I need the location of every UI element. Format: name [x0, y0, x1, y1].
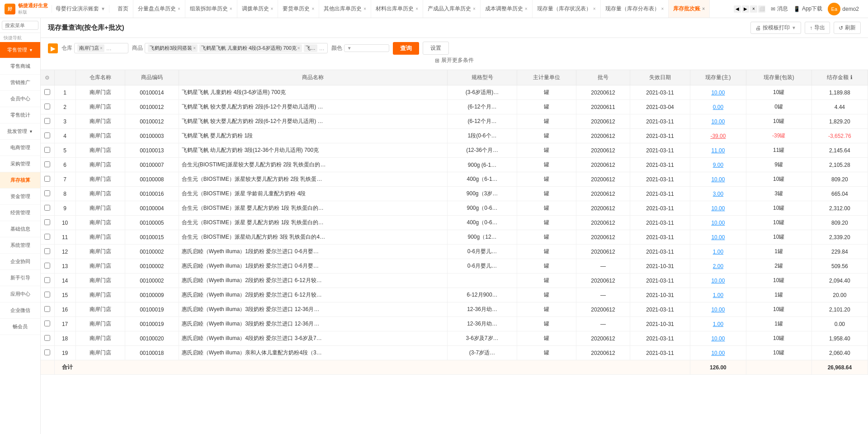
tab-stock-batch[interactable]: 库存批次账 ×: [669, 0, 710, 18]
row-checkbox-cell[interactable]: [41, 172, 54, 187]
sidebar-item-basics[interactable]: 基础信息: [0, 221, 40, 237]
row-checkbox[interactable]: [44, 176, 50, 182]
row-checkbox-cell[interactable]: [41, 187, 54, 201]
account-dropdown[interactable]: 母婴行业演示账套 ▼: [52, 5, 109, 13]
filter-expand-button[interactable]: ▶: [48, 43, 58, 53]
row-stock-main[interactable]: 10.00: [690, 274, 746, 288]
row-checkbox[interactable]: [44, 118, 50, 124]
close-icon[interactable]: ×: [661, 6, 664, 11]
user-menu[interactable]: Ea demo2: [828, 3, 859, 15]
app-download-button[interactable]: 📱 App下载: [793, 5, 822, 13]
sidebar-item-enterprise[interactable]: 企业协同: [0, 254, 40, 270]
tab-disassemble-history[interactable]: 组装拆卸单历史 ×: [185, 0, 237, 18]
close-icon[interactable]: ×: [230, 6, 232, 11]
close-icon[interactable]: ×: [593, 6, 596, 11]
more-conditions-button[interactable]: ⊞ 展开更多条件: [48, 55, 861, 66]
search-button[interactable]: 查询: [393, 42, 419, 55]
close-icon[interactable]: ×: [415, 6, 418, 11]
row-stock-main[interactable]: 10.00: [690, 85, 746, 100]
sidebar-item-wechat[interactable]: 企业微信: [0, 302, 40, 319]
row-checkbox-cell[interactable]: [41, 143, 54, 158]
row-checkbox[interactable]: [44, 321, 50, 326]
row-checkbox[interactable]: [44, 234, 50, 240]
sidebar-item-ecommerce[interactable]: 电商管理: [0, 140, 40, 156]
row-checkbox-cell[interactable]: [41, 216, 54, 230]
close-icon[interactable]: ×: [702, 6, 705, 11]
tab-cost-adjust-history[interactable]: 成本调整单历史 ×: [481, 0, 533, 18]
close-icon[interactable]: ×: [525, 6, 528, 11]
row-checkbox-cell[interactable]: [41, 259, 54, 274]
row-checkbox[interactable]: [44, 292, 50, 297]
row-stock-main[interactable]: -39.00: [690, 129, 746, 143]
sidebar-item-retail[interactable]: 零售管理 ▼: [0, 42, 40, 58]
row-checkbox-cell[interactable]: [41, 317, 54, 331]
settings-button[interactable]: 设置: [423, 42, 449, 55]
sidebar-item-inventory[interactable]: 库存核算: [0, 172, 40, 189]
tab-material-out-history[interactable]: 材料出库单历史 ×: [371, 0, 423, 18]
row-stock-main[interactable]: 9.00: [690, 158, 746, 172]
col-settings[interactable]: ⚙: [41, 70, 54, 85]
export-button[interactable]: ↑ 导出: [805, 22, 830, 34]
sidebar-item-retail-stat[interactable]: 零售统计: [0, 107, 40, 123]
row-stock-main[interactable]: 10.00: [690, 346, 746, 360]
row-stock-main[interactable]: 10.00: [690, 331, 746, 346]
close-icon[interactable]: ×: [271, 6, 274, 11]
sidebar-item-apps[interactable]: 应用中心: [0, 286, 40, 302]
row-checkbox[interactable]: [44, 89, 50, 95]
remove-product-tag-2-button[interactable]: ×: [297, 46, 300, 51]
row-checkbox[interactable]: [44, 104, 50, 109]
row-checkbox-cell[interactable]: [41, 331, 54, 346]
warehouse-filter-input[interactable]: 南岸门店 × …: [74, 43, 128, 53]
sidebar-item-operations[interactable]: 经营管理: [0, 205, 40, 221]
row-stock-main[interactable]: 1.00: [690, 317, 746, 331]
sidebar-item-member[interactable]: 会员中心: [0, 91, 40, 107]
row-checkbox[interactable]: [44, 205, 50, 211]
row-checkbox[interactable]: [44, 219, 50, 225]
sidebar-item-purchase[interactable]: 采购管理: [0, 156, 40, 172]
tab-require-history[interactable]: 要货单历史 ×: [278, 0, 319, 18]
message-button[interactable]: ✉ 消息: [771, 5, 788, 13]
sidebar-item-finance[interactable]: 资金管理: [0, 189, 40, 205]
close-icon[interactable]: ×: [311, 6, 314, 11]
row-checkbox[interactable]: [44, 349, 50, 355]
remove-product-tag-1-button[interactable]: ×: [193, 46, 196, 51]
row-stock-main[interactable]: 10.00: [690, 230, 746, 245]
row-stock-main[interactable]: 10.00: [690, 172, 746, 187]
row-checkbox[interactable]: [44, 248, 50, 254]
print-button[interactable]: 🖨 按模板打印 ▼: [750, 22, 801, 34]
tab-home[interactable]: 首页: [113, 0, 133, 18]
row-checkbox-cell[interactable]: [41, 129, 54, 143]
row-checkbox-cell[interactable]: [41, 346, 54, 360]
close-icon[interactable]: ×: [363, 6, 366, 11]
row-checkbox-cell[interactable]: [41, 274, 54, 288]
row-stock-main[interactable]: 10.00: [690, 114, 746, 129]
row-checkbox[interactable]: [44, 277, 50, 283]
settings-icon[interactable]: ⚙: [45, 75, 50, 81]
tab-maximize-button[interactable]: ⬜: [758, 5, 765, 13]
refresh-button[interactable]: ↺ 刷新: [834, 22, 861, 34]
row-stock-main[interactable]: 10.00: [690, 201, 746, 216]
row-stock-main[interactable]: 0.00: [690, 100, 746, 114]
tab-close-button[interactable]: ×: [750, 5, 757, 13]
sidebar-item-wholesale[interactable]: 批发管理 ▼: [0, 123, 40, 140]
row-stock-main[interactable]: 1.00: [690, 288, 746, 302]
row-stock-main[interactable]: 2.00: [690, 259, 746, 274]
close-icon[interactable]: ×: [178, 6, 180, 11]
row-checkbox[interactable]: [44, 335, 50, 341]
sidebar-item-vip[interactable]: 畅会员: [0, 319, 40, 335]
row-stock-main[interactable]: 1.00: [690, 245, 746, 259]
product-filter-input[interactable]: 飞鹤奶粉3段同搭装 × 飞鹤星飞帆 儿童奶粉 4段(3-6岁适用) 700克 ×…: [145, 43, 328, 53]
row-checkbox[interactable]: [44, 161, 50, 167]
row-stock-main[interactable]: 10.00: [690, 216, 746, 230]
tab-stock-status[interactable]: 现存量（库存状况表） ×: [533, 0, 601, 18]
row-checkbox-cell[interactable]: [41, 201, 54, 216]
row-checkbox-cell[interactable]: [41, 114, 54, 129]
tab-next-button[interactable]: ▶: [742, 5, 749, 13]
tab-other-out-history[interactable]: 其他出库单历史 ×: [319, 0, 371, 18]
color-filter-input[interactable]: ▼: [344, 44, 389, 52]
remove-warehouse-tag-button[interactable]: ×: [100, 46, 103, 51]
sidebar-item-marketing[interactable]: 营销推广: [0, 75, 40, 91]
row-checkbox-cell[interactable]: [41, 302, 54, 317]
row-checkbox-cell[interactable]: [41, 158, 54, 172]
row-stock-main[interactable]: 3.00: [690, 187, 746, 201]
